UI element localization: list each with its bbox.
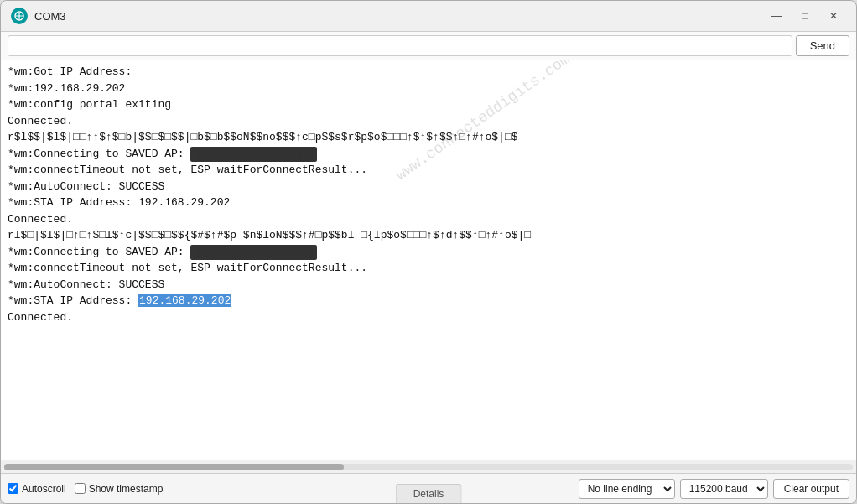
- autoscroll-text: Autoscroll: [22, 483, 66, 495]
- output-line: Connected.: [8, 113, 849, 130]
- window-controls: — □ ✕: [764, 6, 846, 26]
- line-ending-select[interactable]: No line ending Newline Carriage return B…: [579, 479, 675, 499]
- timestamp-checkbox[interactable]: [75, 483, 86, 494]
- output-line: *wm:Got IP Address:: [8, 64, 849, 81]
- output-line: *wm:config portal exiting: [8, 96, 849, 113]
- output-line: *wm:192.168.29.202: [8, 81, 849, 97]
- scrollbar-thumb[interactable]: [4, 464, 344, 470]
- output-line: *wm:STA IP Address: 192.168.29.202: [8, 293, 849, 309]
- output-line: *wm:Connecting to SAVED AP: ▓▓▓▓▓▓▓▓▓▓▓▓…: [8, 244, 849, 261]
- redacted-ap-2: ▓▓▓▓▓▓▓▓▓▓▓▓▓▓▓▓▓▓▓▓▓: [190, 245, 317, 261]
- scrollbar-track: [4, 464, 853, 470]
- output-line: Connected.: [8, 309, 849, 326]
- app-icon: [11, 8, 28, 24]
- output-line: *wm:STA IP Address: 192.168.29.202: [8, 195, 849, 211]
- output-line: r$l$$|$l$|□□↑↑$↑$□b|$$□$□$$|□b$□b$$oN$$n…: [8, 129, 849, 146]
- redacted-ap-1: ▓▓▓▓▓▓▓▓▓▓▓▓▓▓▓▓▓▓▓▓▓: [190, 147, 317, 163]
- title-bar: COM3 — □ ✕: [1, 1, 856, 32]
- send-bar: Send: [1, 32, 856, 60]
- status-left: Autoscroll Show timestamp: [8, 483, 569, 495]
- output-line: rl$□|$l$|□↑□↑$□l$↑c|$$□$□$${$#$↑#$p $n$l…: [8, 227, 849, 244]
- status-bar: Autoscroll Show timestamp No line ending…: [1, 473, 856, 503]
- close-button[interactable]: ✕: [821, 6, 846, 26]
- send-button[interactable]: Send: [796, 35, 849, 56]
- clear-output-button[interactable]: Clear output: [773, 479, 849, 499]
- autoscroll-label[interactable]: Autoscroll: [8, 483, 66, 495]
- highlighted-ip: 192.168.29.202: [138, 294, 231, 307]
- timestamp-text: Show timestamp: [89, 483, 164, 495]
- maximize-button[interactable]: □: [792, 6, 818, 26]
- output-line: *wm:AutoConnect: SUCCESS: [8, 277, 849, 294]
- serial-output[interactable]: www.connecteddigits.com - 19:18 *wm:Got …: [1, 60, 856, 460]
- serial-monitor-window: COM3 — □ ✕ Send www.connecteddigits.com …: [0, 0, 857, 504]
- baud-rate-select[interactable]: 300 baud 1200 baud 2400 baud 4800 baud 9…: [680, 479, 768, 499]
- details-tab-label: Details: [413, 488, 444, 500]
- output-line: Connected.: [8, 211, 849, 228]
- output-line: *wm:Connecting to SAVED AP: ▓▓▓▓▓▓▓▓▓▓▓▓…: [8, 146, 849, 163]
- autoscroll-checkbox[interactable]: [8, 483, 18, 494]
- output-line: *wm:AutoConnect: SUCCESS: [8, 179, 849, 195]
- output-line: *wm:connectTimeout not set, ESP waitForC…: [8, 260, 849, 277]
- send-input[interactable]: [8, 35, 792, 56]
- minimize-button[interactable]: —: [764, 6, 789, 26]
- window-title: COM3: [34, 10, 764, 23]
- status-right: No line ending Newline Carriage return B…: [579, 479, 849, 499]
- output-line: *wm:connectTimeout not set, ESP waitForC…: [8, 162, 849, 179]
- timestamp-label[interactable]: Show timestamp: [75, 483, 164, 495]
- horizontal-scrollbar[interactable]: [1, 460, 856, 473]
- details-tab[interactable]: Details: [396, 484, 462, 503]
